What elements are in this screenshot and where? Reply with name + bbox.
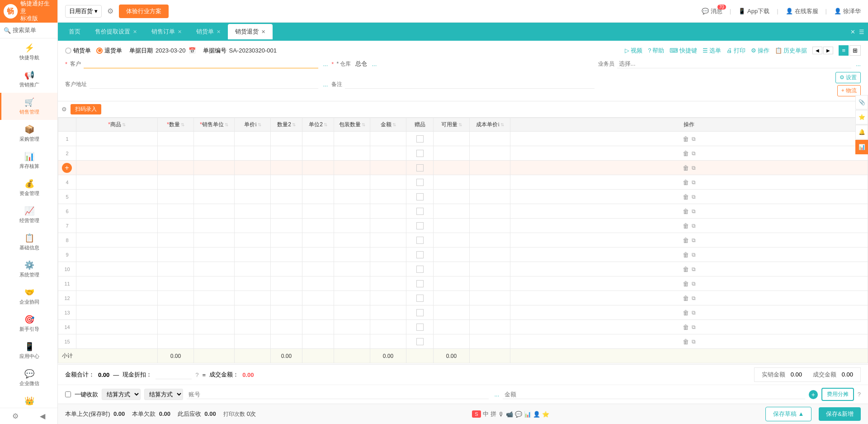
topbar-user[interactable]: 👤 徐泽华	[834, 7, 861, 15]
copy-btn-8[interactable]: ⧉	[692, 237, 696, 244]
scan-btn[interactable]: 扫码录入	[71, 104, 101, 114]
available-cell-6[interactable]	[434, 204, 470, 219]
pack-cell-9[interactable]	[334, 248, 370, 262]
select-btn[interactable]: ☰ 选单	[703, 47, 721, 55]
unit2-cell-11[interactable]	[302, 276, 334, 291]
qty-cell-10[interactable]	[158, 262, 194, 276]
qty2-cell-13[interactable]	[271, 305, 302, 320]
price-cell-6[interactable]	[235, 204, 271, 219]
input-method-icon[interactable]: S	[472, 410, 481, 418]
tab-close-icon[interactable]: ✕	[217, 29, 221, 35]
qty-cell-7[interactable]	[158, 219, 194, 233]
topbar-app-download[interactable]: 📱 App下载	[738, 7, 769, 15]
price-cell-15[interactable]	[235, 334, 271, 349]
copy-btn-4[interactable]: ⧉	[692, 179, 696, 186]
available-cell-11[interactable]	[434, 276, 470, 291]
gift-checkbox-5[interactable]	[416, 193, 424, 200]
unit2-cell-2[interactable]	[302, 146, 334, 161]
amount-cell-12[interactable]	[370, 291, 406, 305]
delete-btn-4[interactable]: 🗑	[683, 179, 689, 186]
available-cell-5[interactable]	[434, 190, 470, 204]
qty-cell-8[interactable]	[158, 233, 194, 248]
copy-btn-5[interactable]: ⧉	[692, 193, 696, 200]
unit2-cell-15[interactable]	[302, 334, 334, 349]
amount-cell-9[interactable]	[370, 248, 406, 262]
copy-btn-7[interactable]: ⧉	[692, 222, 696, 229]
sidebar-item-guide[interactable]: 🎯新手引导	[0, 310, 57, 337]
delete-btn-15[interactable]: 🗑	[683, 338, 689, 345]
cost-cell-12[interactable]	[470, 291, 510, 305]
unit-cell-1[interactable]	[194, 132, 235, 146]
cost-cell-6[interactable]	[470, 204, 510, 219]
history-btn[interactable]: 📋 历史单据	[775, 47, 807, 55]
available-cell-13[interactable]	[434, 305, 470, 320]
amount-cell-10[interactable]	[370, 262, 406, 276]
delete-btn-5[interactable]: 🗑	[683, 193, 689, 200]
product-cell-7[interactable]	[76, 219, 158, 233]
available-cell-1[interactable]	[434, 132, 470, 146]
copy-btn-14[interactable]: ⧉	[692, 324, 696, 331]
gift-checkbox-15[interactable]	[416, 338, 424, 345]
sidebar-item-basic[interactable]: 📋基础信息	[0, 229, 57, 256]
qty-cell-15[interactable]	[158, 334, 194, 349]
amount-cell-4[interactable]	[370, 175, 406, 190]
video-btn[interactable]: ▷ 视频	[625, 47, 642, 55]
gift-checkbox-13[interactable]	[416, 309, 424, 316]
pack-cell-6[interactable]	[334, 204, 370, 219]
next-arrow[interactable]: ▶	[823, 47, 833, 54]
cost-cell-10[interactable]	[470, 262, 510, 276]
product-cell-9[interactable]	[76, 248, 158, 262]
unit2-cell-10[interactable]	[302, 262, 334, 276]
price-cell-4[interactable]	[235, 175, 271, 190]
cost-cell-7[interactable]	[470, 219, 510, 233]
tabs-menu-icon[interactable]: ☰	[859, 29, 864, 35]
address-input[interactable]	[90, 80, 318, 89]
qty2-cell-4[interactable]	[271, 175, 302, 190]
table-settings-icon[interactable]: ⚙	[61, 106, 67, 113]
customer-dots[interactable]: ...	[323, 61, 328, 67]
unit2-cell-14[interactable]	[302, 320, 334, 334]
settings-btn[interactable]: ⚙ 设置	[835, 72, 861, 83]
video-footer-icon[interactable]: 📹	[506, 411, 513, 418]
available-cell-14[interactable]	[434, 320, 470, 334]
pack-cell-5[interactable]	[334, 190, 370, 204]
sidebar-item-purchase[interactable]: 📦采购管理	[0, 120, 57, 147]
sidebar-item-operations[interactable]: 📈经营管理	[0, 201, 57, 229]
unit-cell-12[interactable]	[194, 291, 235, 305]
qty-cell-12[interactable]	[158, 291, 194, 305]
available-cell-3[interactable]	[434, 161, 470, 175]
cost-cell-3[interactable]	[470, 161, 510, 175]
product-cell-4[interactable]	[76, 175, 158, 190]
right-panel-icon-2[interactable]: ⭐	[855, 110, 868, 124]
cost-cell-9[interactable]	[470, 248, 510, 262]
pack-cell-13[interactable]	[334, 305, 370, 320]
copy-btn-11[interactable]: ⧉	[692, 280, 696, 287]
pack-cell-2[interactable]	[334, 146, 370, 161]
delete-btn-8[interactable]: 🗑	[683, 237, 689, 244]
pack-cell-8[interactable]	[334, 233, 370, 248]
unit2-cell-3[interactable]	[302, 161, 334, 175]
unit-cell-7[interactable]	[194, 219, 235, 233]
copy-btn-1[interactable]: ⧉	[692, 135, 696, 143]
fee-help-icon[interactable]: ?	[858, 391, 861, 398]
shortcut-btn[interactable]: ⌨ 快捷键	[670, 47, 697, 55]
price-cell-5[interactable]	[235, 190, 271, 204]
unit-cell-9[interactable]	[194, 248, 235, 262]
product-cell-5[interactable]	[76, 190, 158, 204]
radio-sale[interactable]: 销货单	[65, 47, 91, 55]
topbar-message[interactable]: 💬 消息 70	[702, 7, 722, 15]
qty2-cell-9[interactable]	[271, 248, 302, 262]
pack-cell-14[interactable]	[334, 320, 370, 334]
remark-input[interactable]	[345, 80, 594, 89]
unit-cell-6[interactable]	[194, 204, 235, 219]
price-cell-12[interactable]	[235, 291, 271, 305]
product-cell-11[interactable]	[76, 276, 158, 291]
sidebar-item-wechat[interactable]: 💬企业微信	[0, 364, 57, 391]
pack-cell-1[interactable]	[334, 132, 370, 146]
product-cell-3[interactable]	[76, 161, 158, 175]
unit-cell-15[interactable]	[194, 334, 235, 349]
delete-btn-10[interactable]: 🗑	[683, 266, 689, 273]
copy-btn-10[interactable]: ⧉	[692, 266, 696, 273]
qty2-cell-2[interactable]	[271, 146, 302, 161]
person-icon[interactable]: 👤	[533, 411, 540, 418]
